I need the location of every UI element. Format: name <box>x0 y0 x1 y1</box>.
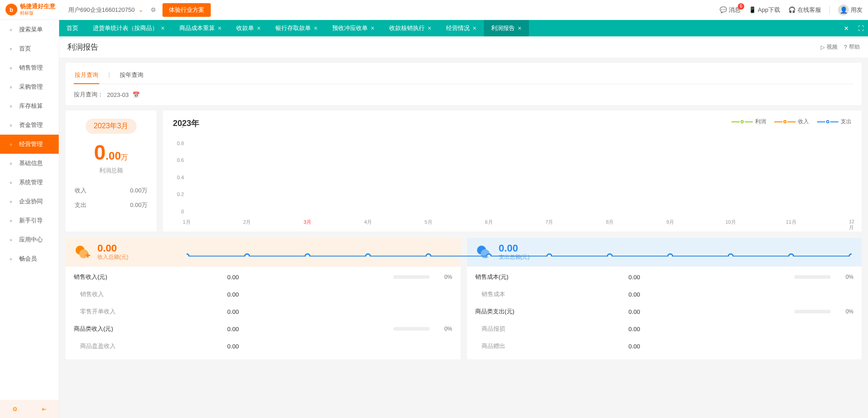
tab-by-year[interactable]: 按年查询 <box>119 67 144 84</box>
tab-7[interactable]: 经营情况✕ <box>439 20 484 36</box>
sidebar-item-1[interactable]: ▫首页 <box>0 39 59 58</box>
sidebar-footer: ⚙ ⇤ <box>0 400 59 418</box>
period-pill: 2023年3月 <box>86 119 137 134</box>
tab-1[interactable]: 进货单统计表（按商品）✕ <box>86 20 172 36</box>
income-amount: 0.00 <box>97 243 128 253</box>
legend-item[interactable]: 支出 <box>817 118 852 126</box>
sidebar-item-6[interactable]: ▫经营管理 <box>0 135 59 154</box>
y-tick: 0.6 <box>177 157 184 163</box>
tab-5[interactable]: 预收冲应收单✕ <box>325 20 382 36</box>
x-tick: 11月 <box>786 219 797 226</box>
sidebar-item-label: 基础信息 <box>19 159 43 167</box>
x-tick: 3月 <box>304 219 311 226</box>
video-link[interactable]: ▷视频 <box>821 43 838 51</box>
sidebar-item-label: 畅会员 <box>19 255 37 263</box>
sidebar-item-7[interactable]: ▫基础信息 <box>0 154 59 173</box>
sidebar-item-11[interactable]: ▫应用中心 <box>0 230 59 249</box>
sidebar-item-4[interactable]: ▫库存核算 <box>0 96 59 116</box>
help-link[interactable]: ?帮助 <box>844 43 860 51</box>
sidebar-item-8[interactable]: ▫系统管理 <box>0 173 59 192</box>
logo-brand: 畅捷通好生意 <box>20 3 56 10</box>
app-download-button[interactable]: 📱 App下载 <box>749 6 780 14</box>
svg-rect-39 <box>87 253 89 257</box>
close-icon[interactable]: ✕ <box>518 25 522 31</box>
tenant-name: 用户690企业1660120750 <box>68 6 135 14</box>
divider: | <box>108 67 110 84</box>
messages-button[interactable]: 💬 消息 6 <box>720 6 741 14</box>
close-icon[interactable]: ✕ <box>371 25 375 31</box>
sidebar-item-3[interactable]: ▫采购管理 <box>0 77 59 96</box>
y-tick: 0 <box>181 209 184 214</box>
cart-icon: ▫ <box>7 64 15 71</box>
tab-4[interactable]: 银行存取款单✕ <box>268 20 325 36</box>
sidebar-item-9[interactable]: ▫企业协同 <box>0 192 59 211</box>
x-axis: 1月2月3月4月5月6月7月8月9月10月11月12月 <box>187 218 852 227</box>
table-row: 销售成本0.00 <box>475 286 854 303</box>
cta-button[interactable]: 体验行业方案 <box>162 3 211 17</box>
topbar-right: 💬 消息 6 📱 App下载 🎧 在线客服 👤 用友 <box>720 5 863 15</box>
search-icon: ▫ <box>7 26 15 33</box>
progress-bar <box>794 275 831 279</box>
legend-item[interactable]: 收入 <box>774 118 809 126</box>
sidebar-item-5[interactable]: ▫资金管理 <box>0 116 59 135</box>
svg-point-26 <box>305 254 310 257</box>
sidebar-item-0[interactable]: ▫搜索菜单 <box>0 20 59 39</box>
expand-icon[interactable]: ⛶ <box>853 25 868 32</box>
close-icon[interactable]: ✕ <box>161 25 165 31</box>
chart-card: 2023年 利润收入支出 00.20.40.60.81 1月2月3月4月5月6月… <box>163 111 862 232</box>
x-tick: 7月 <box>545 219 553 226</box>
table-row: 商品盘盈收入0.00 <box>74 337 452 355</box>
tab-2[interactable]: 商品成本重算✕ <box>172 20 229 36</box>
table-row: 商品类支出(元)0.000% <box>475 303 854 320</box>
sidebar-item-12[interactable]: ▫畅会员 <box>0 249 59 268</box>
svg-point-34 <box>789 254 793 257</box>
tab-8[interactable]: 利润报告✕ <box>484 20 529 36</box>
table-row: 销售成本(元)0.000% <box>475 268 854 286</box>
sidebar-item-label: 应用中心 <box>19 236 43 244</box>
calendar-icon[interactable]: 📅 <box>132 91 140 98</box>
close-icon[interactable]: ✕ <box>427 25 431 31</box>
sidebar-item-label: 库存核算 <box>19 102 43 110</box>
page-header: 利润报告 ▷视频 ?帮助 <box>59 36 868 58</box>
sidebar-item-label: 首页 <box>19 45 31 53</box>
close-icon[interactable]: ✕ <box>218 25 222 31</box>
close-icon[interactable]: ✕ <box>257 25 261 31</box>
x-tick: 8月 <box>606 219 614 226</box>
x-tick: 2月 <box>243 219 251 226</box>
tab-3[interactable]: 收款单✕ <box>229 20 268 36</box>
collapse-icon[interactable]: ⇤ <box>42 406 47 413</box>
biz-icon: ▫ <box>7 141 15 148</box>
avatar: 👤 <box>838 5 849 15</box>
tenant-selector[interactable]: 用户690企业1660120750 ⌄ <box>68 6 143 14</box>
tab-by-month[interactable]: 按月查询 <box>74 67 99 84</box>
tab-0[interactable]: 首页 <box>59 20 86 36</box>
income-label: 收入总额(元) <box>97 253 128 261</box>
profit-label: 利润总额 <box>75 166 147 175</box>
help-icon: ? <box>844 44 847 50</box>
page-title: 利润报告 <box>67 42 98 52</box>
svg-point-33 <box>728 254 733 257</box>
legend-item[interactable]: 利润 <box>731 118 766 126</box>
sidebar-item-label: 系统管理 <box>19 178 43 186</box>
phone-icon: 📱 <box>749 6 756 13</box>
tab-6[interactable]: 收款核销执行✕ <box>382 20 439 36</box>
settings-icon[interactable]: ⚙ <box>12 406 18 413</box>
query-label: 按月查询： <box>74 91 103 99</box>
progress-bar <box>393 327 430 331</box>
income-icon <box>74 244 91 261</box>
close-icon[interactable]: ✕ <box>472 25 477 31</box>
x-tick: 10月 <box>726 219 736 226</box>
sidebar-item-label: 经营管理 <box>19 140 43 148</box>
info-icon: ▫ <box>7 160 15 167</box>
close-all-tabs-button[interactable]: ✕ <box>839 25 853 32</box>
gear-icon[interactable]: ⚙ <box>151 6 156 13</box>
sidebar-item-2[interactable]: ▫销售管理 <box>0 58 59 77</box>
summary-card: 2023年3月 0.00万 利润总额 收入0.00万 支出0.00万 <box>66 111 157 232</box>
user-menu[interactable]: 👤 用友 <box>838 5 863 15</box>
support-button[interactable]: 🎧 在线客服 <box>788 6 821 14</box>
close-icon[interactable]: ✕ <box>314 25 318 31</box>
svg-point-30 <box>547 254 552 257</box>
logo[interactable]: b 畅捷通好生意 精标版 <box>5 3 59 16</box>
x-tick: 5月 <box>425 219 432 226</box>
sidebar-item-10[interactable]: ▫新手引导 <box>0 211 59 230</box>
